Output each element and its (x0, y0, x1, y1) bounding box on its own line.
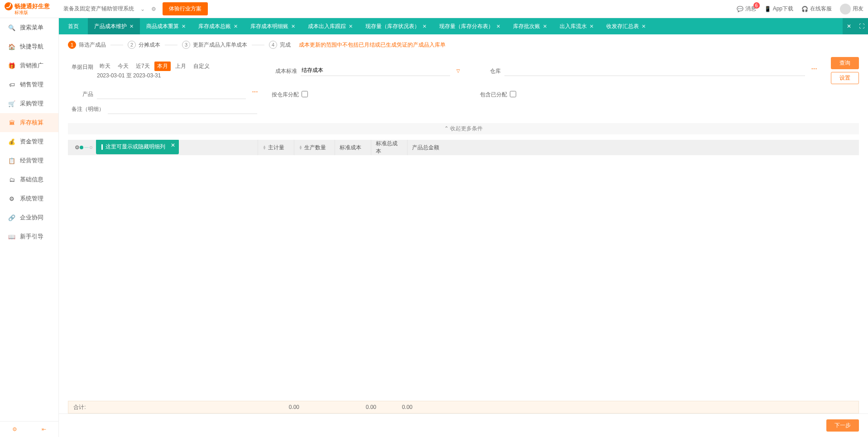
toggle-icon (80, 146, 92, 149)
close-icon[interactable]: ✕ (590, 24, 594, 29)
query-button[interactable]: 查询 (831, 57, 859, 69)
cost-std-select[interactable] (301, 66, 450, 76)
logo-icon (5, 2, 13, 10)
user-menu[interactable]: 用友 (840, 4, 863, 14)
grid: ⚙ 这里可显示或隐藏明细列 ✕ ▲▼主计量 ▲▼生产数量 标准成本 标准总成本 … (68, 140, 859, 401)
tab-inout-flow[interactable]: 出入库流水✕ (553, 18, 600, 34)
sidebar-item-basedata[interactable]: 🗂基础信息 (0, 170, 58, 189)
sidebar-item-operations[interactable]: 📋经营管理 (0, 151, 58, 170)
avatar-icon (840, 4, 851, 14)
wizard-steps: 1筛选产成品 2分摊成本 3更新产成品入库单成本 4完成 成本更新的范围中不包括… (59, 34, 868, 55)
by-warehouse-checkbox[interactable] (302, 91, 308, 97)
tab-stock-status[interactable]: 现存量（库存状况表）✕ (359, 18, 433, 34)
sidebar-item-quicknav[interactable]: 🏠快捷导航 (0, 37, 58, 56)
close-icon[interactable]: ✕ (349, 24, 353, 29)
date-range-text: 2023-03-01 至 2023-03-31 (97, 72, 212, 80)
settings-button[interactable]: 设置 (831, 72, 859, 84)
try-industry-button[interactable]: 体验行业方案 (163, 2, 208, 15)
tab-bar: 首页 产品成本维护✕ 商品成本重算✕ 库存成本总账✕ 库存成本明细账✕ 成本出入… (59, 18, 868, 34)
date-tag-custom[interactable]: 自定义 (191, 62, 212, 71)
col-stdcost[interactable]: 标准成本 (335, 140, 371, 155)
tab-cost-track[interactable]: 成本出入库跟踪✕ (302, 18, 359, 34)
collapse-filter-bar[interactable]: ⌃ 收起更多条件 (68, 123, 859, 134)
product-label: 产品 (68, 89, 93, 98)
close-icon[interactable]: ✕ (234, 24, 238, 29)
collapse-icon: ⌃ (444, 125, 450, 132)
app-download-link[interactable]: 📱 App下载 (764, 5, 793, 13)
sidebar-collapse-icon[interactable]: ⇤ (42, 426, 46, 432)
close-icon[interactable]: ✕ (291, 24, 295, 29)
warehouse-label: 仓库 (475, 66, 501, 75)
settings-gear-icon[interactable]: ⚙ (151, 6, 156, 12)
step-4: 4完成 (269, 41, 291, 49)
date-tag-month[interactable]: 本月 (154, 62, 171, 71)
include-allocated-checkbox[interactable] (510, 91, 516, 97)
by-warehouse-label: 按仓库分配 (272, 89, 299, 99)
tab-inv-detail[interactable]: 库存成本明细账✕ (244, 18, 302, 34)
sidebar-item-guide[interactable]: 📖新手引导 (0, 227, 58, 246)
chevron-down-icon: ▽ (456, 68, 460, 73)
tab-product-cost[interactable]: 产品成本维护✕ (88, 18, 140, 34)
tab-summary[interactable]: 收发存汇总表✕ (600, 18, 652, 34)
sidebar-settings-icon[interactable]: ⚙ (12, 426, 17, 432)
grid-header: ⚙ 这里可显示或隐藏明细列 ✕ ▲▼主计量 ▲▼生产数量 标准成本 标准总成本 … (68, 140, 859, 155)
grid-tooltip: 这里可显示或隐藏明细列 ✕ (96, 140, 179, 154)
date-tag-lastmonth[interactable]: 上月 (173, 62, 189, 71)
product-more-icon[interactable]: ··· (252, 89, 258, 95)
remark-input[interactable] (108, 104, 257, 114)
sidebar-item-system[interactable]: ⚙系统管理 (0, 189, 58, 208)
sidebar-item-sales[interactable]: 🏷销售管理 (0, 75, 58, 94)
next-button[interactable]: 下一步 (826, 419, 859, 432)
sidebar-item-inventory[interactable]: 🏛库存核算 (0, 113, 58, 132)
date-tag-7days[interactable]: 近7天 (133, 62, 153, 71)
col-qty[interactable]: ▲▼生产数量 (294, 140, 335, 155)
logo: 畅捷通好生意 标准版 (5, 2, 54, 16)
system-selector[interactable]: 装备及固定资产辅助管理系统 ⌄ (63, 5, 151, 13)
tag-icon: 🏷 (8, 81, 15, 88)
warehouse-more-icon[interactable]: ··· (811, 66, 817, 72)
link-icon: 🔗 (8, 214, 15, 221)
customer-service-link[interactable]: 🎧 在线客服 (801, 5, 832, 13)
step-2: 2分摊成本 (128, 41, 160, 49)
sidebar-item-search[interactable]: 🔍搜索菜单 (0, 18, 58, 37)
tab-home[interactable]: 首页 (59, 18, 88, 34)
close-icon[interactable]: ✕ (543, 24, 547, 29)
date-label: 单据日期 (68, 62, 93, 71)
sidebar-item-marketing[interactable]: 🎁营销推广 (0, 56, 58, 75)
close-icon[interactable]: ✕ (182, 24, 186, 29)
sidebar-item-funds[interactable]: 💰资金管理 (0, 132, 58, 151)
sidebar-item-enterprise[interactable]: 🔗企业协同 (0, 208, 58, 227)
footer: 下一步 (59, 413, 868, 437)
include-label: 包含已分配 (475, 89, 507, 99)
content: 1筛选产成品 2分摊成本 3更新产成品入库单成本 4完成 成本更新的范围中不包括… (59, 34, 868, 437)
sidebar-item-purchase[interactable]: 🛒采购管理 (0, 94, 58, 113)
close-icon[interactable]: ✕ (642, 24, 646, 29)
messages-link[interactable]: 💬 消息 6 (737, 5, 756, 13)
col-prodtotal[interactable]: 产品总金额 (408, 140, 859, 155)
remark-label: 备注（明细） (68, 104, 104, 113)
main: 首页 产品成本维护✕ 商品成本重算✕ 库存成本总账✕ 库存成本明细账✕ 成本出入… (59, 18, 868, 437)
sidebar: 🔍搜索菜单 🏠快捷导航 🎁营销推广 🏷销售管理 🛒采购管理 🏛库存核算 💰资金管… (0, 18, 59, 437)
close-all-tabs-icon[interactable]: ✕ (843, 18, 855, 34)
top-header: 畅捷通好生意 标准版 装备及固定资产辅助管理系统 ⌄ ⚙ 体验行业方案 💬 消息… (0, 0, 868, 18)
fullscreen-icon[interactable]: ⛶ (855, 18, 868, 34)
warn-text: 成本更新的范围中不包括已月结或已生成凭证的产成品入库单 (299, 41, 446, 49)
gear-icon: ⚙ (75, 144, 80, 151)
warehouse-input[interactable] (504, 66, 805, 76)
close-icon[interactable]: ✕ (496, 24, 500, 29)
close-icon[interactable]: ✕ (129, 24, 134, 29)
date-tag-yesterday[interactable]: 昨天 (97, 62, 113, 71)
tab-inv-ledger[interactable]: 库存成本总账✕ (192, 18, 244, 34)
tooltip-close-icon[interactable]: ✕ (171, 142, 175, 148)
close-icon[interactable]: ✕ (422, 24, 427, 29)
tab-stock-dist[interactable]: 现存量（库存分布表）✕ (433, 18, 507, 34)
col-unit[interactable]: ▲▼主计量 (258, 140, 294, 155)
product-input[interactable] (97, 89, 246, 99)
date-tag-today[interactable]: 今天 (115, 62, 131, 71)
tab-batch[interactable]: 库存批次账✕ (507, 18, 553, 34)
col-stdtotal[interactable]: 标准总成本 (371, 140, 408, 155)
tab-goods-recalc[interactable]: 商品成本重算✕ (140, 18, 192, 34)
home-icon: 🏛 (8, 119, 15, 126)
database-icon: 🗂 (8, 176, 15, 183)
filter-panel: 单据日期 昨天 今天 近7天 本月 上月 自定义 2023-03-01 至 20… (59, 55, 868, 123)
